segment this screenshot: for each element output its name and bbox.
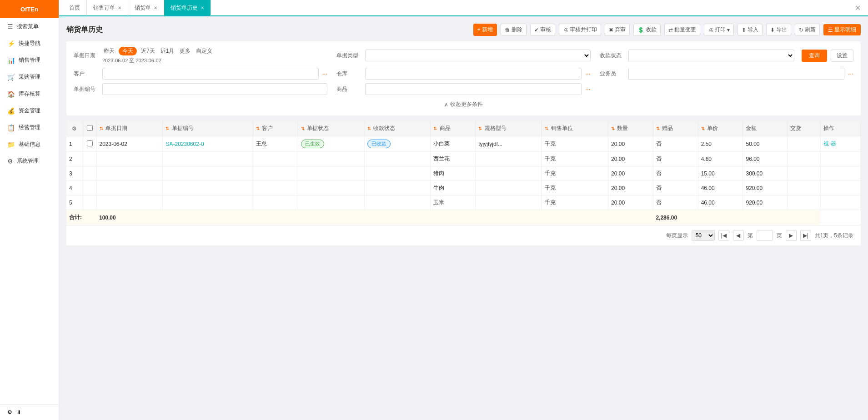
col-action: 操作 [820, 121, 860, 136]
collapse-button[interactable]: ∧ 收起更多条件 [74, 99, 853, 110]
print-dropdown-icon: ▾ [727, 27, 730, 33]
funds-icon: 💰 [7, 107, 15, 115]
col-trade-label: 交货 [790, 125, 801, 131]
col-goods[interactable]: ⇅ 商品 [431, 121, 476, 136]
sidebar-item-sales-mgmt[interactable]: 📊 销售管理 [0, 52, 59, 69]
doc-type-select[interactable] [365, 50, 590, 61]
col-gift[interactable]: ⇅ 赠品 [653, 121, 698, 136]
table-body: 1 2023-06-02 SA-20230602-0 王总 已生效 已收款 小白… [66, 136, 861, 210]
warehouse-input[interactable] [365, 68, 582, 80]
refresh-button[interactable]: ↻ 刷新 [795, 24, 820, 36]
shortcut-more[interactable]: 更多 [178, 47, 192, 55]
last-page-btn[interactable]: ▶| [800, 230, 811, 241]
shortcut-custom[interactable]: 自定义 [195, 47, 214, 55]
customer-input[interactable] [102, 68, 319, 80]
collect-button[interactable]: 💲 收款 [633, 24, 661, 36]
total-info: 共1页，5条记录 [815, 232, 853, 240]
customer-more-icon[interactable]: ··· [322, 70, 328, 77]
row-action-btn[interactable]: 器 [831, 140, 836, 147]
sort-icon-no: ⇅ [166, 126, 169, 131]
tab-close-sales-delivery[interactable]: ✕ [154, 5, 157, 10]
row-amount: 50.00 [743, 136, 788, 152]
display-button[interactable]: ☰ 显示明细 [823, 24, 861, 35]
tab-close-sales-history[interactable]: ✕ [201, 5, 204, 10]
sidebar-item-basic-info[interactable]: 📁 基础信息 [0, 136, 59, 153]
tab-home[interactable]: 首页 [63, 0, 87, 16]
col-spec[interactable]: ⇅ 规格型号 [476, 121, 542, 136]
col-qty[interactable]: ⇅ 数量 [608, 121, 653, 136]
salesman-more-icon[interactable]: ··· [848, 70, 853, 77]
sidebar-item-inventory[interactable]: 🏠 库存核算 [0, 85, 59, 102]
row-amount: 300.00 [743, 166, 788, 181]
biz-icon: 📋 [7, 124, 15, 131]
sidebar-item-search-menu[interactable]: ☰ 搜索菜单 [0, 18, 59, 35]
sidebar-item-funds-mgmt[interactable]: 💰 资金管理 [0, 102, 59, 119]
audit-button[interactable]: ✔ 审核 [530, 24, 555, 36]
sidebar-item-sys-mgmt[interactable]: ⚙ 系统管理 [0, 153, 59, 170]
col-no-label: 单据编号 [172, 125, 194, 131]
tab-sales-delivery[interactable]: 销货单 ✕ [128, 0, 164, 16]
setting-button[interactable]: 设置 [831, 50, 853, 62]
goods-more-icon[interactable]: ··· [585, 85, 591, 93]
row-action-btn[interactable]: 视 [823, 140, 829, 147]
shortcut-7days[interactable]: 近7天 [140, 47, 156, 55]
audit-print-button[interactable]: 🖨 审核并打印 [559, 24, 601, 36]
close-all-tabs[interactable]: ✕ [851, 4, 864, 12]
collapse-label: 收起更多条件 [450, 100, 483, 108]
sidebar-bottom[interactable]: ⚙ ⏸ [0, 404, 59, 420]
sidebar-item-quick-nav[interactable]: ⚡ 快捷导航 [0, 35, 59, 52]
col-date[interactable]: ⇅ 单据日期 [96, 121, 163, 136]
goods-input[interactable] [365, 83, 582, 95]
page-input[interactable]: 1 [757, 230, 773, 241]
prev-page-btn[interactable]: ◀ [733, 230, 744, 241]
per-page-select[interactable]: 50 100 [692, 230, 715, 241]
warehouse-more-icon[interactable]: ··· [585, 70, 591, 77]
shortcut-today[interactable]: 今天 [119, 47, 137, 55]
collect-status-select[interactable] [628, 50, 794, 61]
sidebar-logo: OfTEn [0, 0, 59, 18]
sidebar-item-purchase-mgmt[interactable]: 🛒 采购管理 [0, 69, 59, 85]
doc-status-badge: 已生效 [301, 140, 324, 148]
export-button[interactable]: ⬇ 导出 [766, 24, 791, 36]
select-all-checkbox[interactable] [87, 125, 93, 131]
sales-icon: 📊 [7, 57, 15, 64]
col-unit[interactable]: ⇅ 销售单位 [542, 121, 608, 136]
batch-change-button[interactable]: ⇄ 批量变更 [664, 24, 700, 36]
tab-close-sales-order[interactable]: ✕ [118, 5, 121, 10]
filter-goods: 商品 ··· [336, 83, 590, 95]
date-shortcuts: 昨天 今天 近7天 近1月 更多 自定义 [102, 47, 214, 55]
summary-total-amount: 2,286.00 [656, 215, 677, 221]
row-date [96, 195, 163, 210]
delete-button[interactable]: 🗑 删除 [501, 24, 527, 36]
salesman-input[interactable] [628, 68, 845, 80]
content-area: 销货单历史 + 新增 🗑 删除 ✔ 审核 🖨 审核并打印 ✖ 弃审 [59, 16, 868, 420]
doc-no-link[interactable]: SA-20230602-0 [166, 141, 204, 147]
next-page-btn[interactable]: ▶ [786, 230, 797, 241]
tab-sales-order[interactable]: 销售订单 ✕ [87, 0, 128, 16]
abandon-button[interactable]: ✖ 弃审 [605, 24, 630, 36]
col-price[interactable]: ⇅ 单价 [698, 121, 743, 136]
filter-doc-no: 单据编号 [74, 83, 327, 95]
new-button[interactable]: + 新增 [473, 24, 497, 36]
col-doc-status[interactable]: ⇅ 单据状态 [298, 121, 364, 136]
shortcut-yesterday[interactable]: 昨天 [102, 47, 116, 55]
col-no[interactable]: ⇅ 单据编号 [163, 121, 253, 136]
gear-icon[interactable]: ⚙ [72, 125, 77, 132]
row-checkbox[interactable] [87, 140, 93, 146]
sidebar-item-biz-mgmt[interactable]: 📋 经营管理 [0, 119, 59, 136]
shortcut-1month[interactable]: 近1月 [159, 47, 176, 55]
col-collect-status[interactable]: ⇅ 收款状态 [364, 121, 431, 136]
print-button[interactable]: 🖨 打印 ▾ [704, 24, 734, 36]
col-customer[interactable]: ⇅ 客户 [253, 121, 298, 136]
tab-sales-history[interactable]: 销货单历史 ✕ [164, 0, 211, 16]
doc-no-input[interactable] [102, 83, 327, 95]
import-button[interactable]: ⬆ 导入 [738, 24, 763, 36]
first-page-btn[interactable]: |◀ [718, 230, 729, 241]
purchase-icon: 🛒 [7, 74, 15, 81]
query-button[interactable]: 查询 [802, 50, 827, 62]
row-price: 46.00 [698, 195, 743, 210]
filter-row-3: 单据编号 商品 ··· [74, 83, 853, 95]
row-collect-status: 已收款 [364, 136, 431, 152]
sort-icon-unit: ⇅ [545, 126, 548, 131]
date-range-value: 2023-06-02 至 2023-06-02 [102, 57, 214, 64]
